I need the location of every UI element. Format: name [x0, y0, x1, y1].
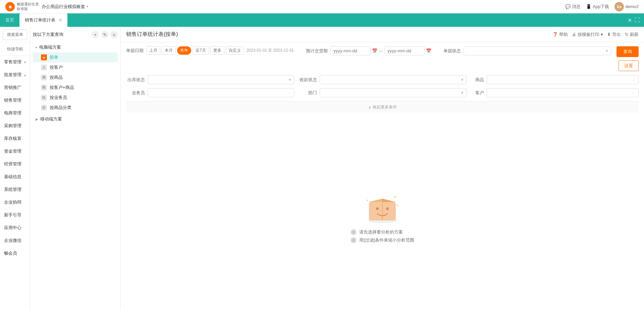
svg-point-8	[367, 200, 368, 201]
sidebar-item-appstore[interactable]: 应用中心	[0, 221, 30, 234]
filter-row-1: 单据日期 上月 本月 本年 近7天 更多 自定义 2023-01-01 至 20…	[126, 46, 639, 71]
content-area: 按以下方案查询 + ✎ « ▾ 电脑端方案 ● 按单	[30, 27, 644, 310]
sidebar-item-newbie[interactable]: 新手引导	[0, 209, 30, 221]
date-tab-last-month[interactable]: 上月	[146, 46, 160, 55]
sidebar-menu: 零售管理 ▾ 批发管理 ▴ 营销推广 销售管理 电商管理 采购管理 库存核算	[0, 56, 30, 260]
export-icon: ⬇	[607, 32, 611, 37]
right-actions: 查询 设置	[616, 46, 639, 71]
salesperson-input[interactable]: ···	[148, 88, 294, 97]
logo-area: 畅 畅捷通好生意 标准版	[5, 2, 39, 11]
empty-svg	[359, 184, 406, 224]
tab-close-icon[interactable]: ✕	[59, 18, 62, 22]
settings-button[interactable]: 设置	[619, 60, 639, 71]
goods-group: 商品 ···	[471, 75, 639, 84]
search-menu-button[interactable]: 搜索菜单	[3, 30, 27, 40]
sidebar-item-wechat[interactable]: 企业微信	[0, 234, 30, 247]
delivery-chevron-icon: ▾	[289, 77, 291, 82]
sidebar-item-enterprise[interactable]: 企业协同	[0, 196, 30, 209]
order-status-select[interactable]: ▾	[464, 46, 611, 55]
tree-item-by-goods[interactable]: 商 按商品	[33, 72, 118, 83]
sidebar-item-wholesale[interactable]: 批发管理 ▴	[0, 68, 30, 81]
tree-group-pc-header[interactable]: ▾ 电脑端方案	[33, 42, 118, 52]
top-bar: 畅 畅捷通好生意 标准版 办公用品行业模拟账套 ▾ 💬 消息 📱 App下载 E…	[0, 0, 644, 13]
sidebar-item-finance[interactable]: 资金管理	[0, 145, 30, 158]
collapse-panel-button[interactable]: «	[110, 31, 118, 38]
sidebar-item-inventory[interactable]: 库存核算	[0, 132, 30, 145]
by-salesperson-icon: 柱	[41, 95, 47, 101]
empty-hints: ① 请先选择要分析的方案 ② 用[过滤]条件来缩小分析范围	[351, 229, 414, 243]
department-select[interactable]: ▾	[320, 88, 466, 97]
date-range-display: 2023-01-01 至 2023-12-31	[247, 48, 294, 53]
help-button[interactable]: ❓ 帮助	[552, 32, 568, 38]
user-profile[interactable]: Ea demo2	[614, 2, 639, 11]
mobile-group-arrow-icon: ▶	[36, 117, 38, 121]
refresh-button[interactable]: ↻ 刷新	[625, 32, 639, 38]
tree-item-by-customer-goods[interactable]: 商 按客户+商品	[33, 83, 118, 93]
print-icon: 🖨	[572, 32, 576, 37]
sidebar-item-member[interactable]: 畅会员	[0, 247, 30, 260]
tab-sales-order-stats[interactable]: 销售订单统计表 ✕	[19, 13, 67, 27]
tree-item-by-salesperson[interactable]: 柱 按业务员	[33, 93, 118, 103]
by-customer-icon: 人	[41, 64, 47, 70]
expected-date-start-input[interactable]	[330, 46, 371, 55]
main-layout: 搜索菜单 快捷导航 零售管理 ▾ 批发管理 ▴ 营销推广 销售管理 电商管理	[0, 27, 644, 310]
date-tab-this-year[interactable]: 本年	[177, 46, 191, 55]
result-area: ① 请先选择要分析的方案 ② 用[过滤]条件来缩小分析范围	[121, 117, 644, 310]
delivery-status-select[interactable]: ▾	[148, 75, 294, 84]
tree-group-mobile-header[interactable]: ▶ 移动端方案	[33, 114, 118, 124]
sidebar-item-sales[interactable]: 销售管理	[0, 94, 30, 107]
date-tab-this-month[interactable]: 本月	[162, 46, 176, 55]
tab-bar-expand-button[interactable]: ⛶	[635, 17, 640, 23]
page-title-bar: 销售订单统计表(按单) ❓ 帮助 🖨 按模板打印 ▾ ⬇ 导出	[121, 27, 644, 42]
page-actions: ❓ 帮助 🖨 按模板打印 ▾ ⬇ 导出 ↻ 刷新	[552, 32, 639, 38]
hint-1-num: ①	[351, 229, 357, 235]
message-button[interactable]: 💬 消息	[565, 4, 581, 10]
tab-home[interactable]: 首页	[0, 13, 19, 27]
quick-nav-button[interactable]: 快捷导航	[0, 44, 30, 54]
sidebar-item-system[interactable]: 系统管理	[0, 183, 30, 196]
app-download-button[interactable]: 📱 App下载	[586, 4, 609, 10]
top-bar-right: 💬 消息 📱 App下载 Ea demo2	[565, 2, 639, 11]
query-button[interactable]: 查询	[616, 46, 639, 57]
customer-input[interactable]: ···	[487, 88, 639, 97]
panel-header: 按以下方案查询 + ✎ «	[33, 31, 118, 38]
tab-bar-close-button[interactable]: ✕	[628, 17, 632, 23]
date-tab-last-7[interactable]: 近7天	[193, 46, 209, 55]
logo-text: 畅捷通好生意 标准版	[17, 2, 39, 11]
tree-item-by-customer[interactable]: 人 按客户	[33, 62, 118, 72]
date-tab-custom[interactable]: 自定义	[226, 46, 244, 55]
sidebar-item-retail[interactable]: 零售管理 ▾	[0, 56, 30, 68]
sidebar-item-operations[interactable]: 经营管理	[0, 158, 30, 170]
order-status-label: 单据状态	[443, 48, 461, 54]
date-tab-more[interactable]: 更多	[210, 46, 224, 55]
sidebar-item-ecommerce[interactable]: 电商管理	[0, 107, 30, 119]
delivery-status-group: 出库状态 ▾	[126, 75, 294, 84]
expected-date-end-cal-icon[interactable]: 📅	[426, 48, 431, 53]
tree-item-by-category[interactable]: 目 按商品分类	[33, 103, 118, 113]
expected-date-end-input[interactable]	[384, 46, 425, 55]
panel-title: 按以下方案查询	[33, 32, 63, 38]
export-button[interactable]: ⬇ 导出	[607, 32, 621, 38]
sidebar-search-section: 搜索菜单	[0, 27, 30, 43]
top-bar-left: 畅 畅捷通好生意 标准版 办公用品行业模拟账套 ▾	[5, 2, 88, 11]
workspace-selector[interactable]: 办公用品行业模拟账套 ▾	[42, 4, 88, 10]
goods-input[interactable]: ···	[487, 75, 639, 84]
payment-status-select[interactable]: ▾	[320, 75, 466, 84]
date-tabs: 上月 本月 本年 近7天 更多 自定义	[146, 46, 244, 55]
print-template-button[interactable]: 🖨 按模板打印 ▾	[572, 32, 603, 38]
customer-label: 客户	[471, 90, 484, 96]
edit-scheme-button[interactable]: ✎	[101, 31, 108, 38]
date-filter-group: 单据日期 上月 本月 本年 近7天 更多 自定义 2023-01-01 至 20…	[126, 46, 294, 55]
download-icon: 📱	[586, 4, 591, 9]
by-goods-icon: 商	[41, 74, 47, 81]
collapse-filters-button[interactable]: ∧ 收起更多条件	[126, 101, 639, 113]
sidebar-item-marketing[interactable]: 营销推广	[0, 81, 30, 94]
expected-date-cal-icon[interactable]: 📅	[372, 48, 377, 53]
sidebar-item-purchase[interactable]: 采购管理	[0, 119, 30, 132]
sidebar-item-basic[interactable]: 基础信息	[0, 170, 30, 183]
add-scheme-button[interactable]: +	[92, 31, 99, 38]
delivery-status-label: 出库状态	[126, 77, 145, 83]
tab-bar-actions: ✕ ⛶	[628, 17, 644, 23]
tree-item-by-order[interactable]: ● 按单	[33, 52, 118, 62]
left-panel: 按以下方案查询 + ✎ « ▾ 电脑端方案 ● 按单	[30, 27, 121, 310]
